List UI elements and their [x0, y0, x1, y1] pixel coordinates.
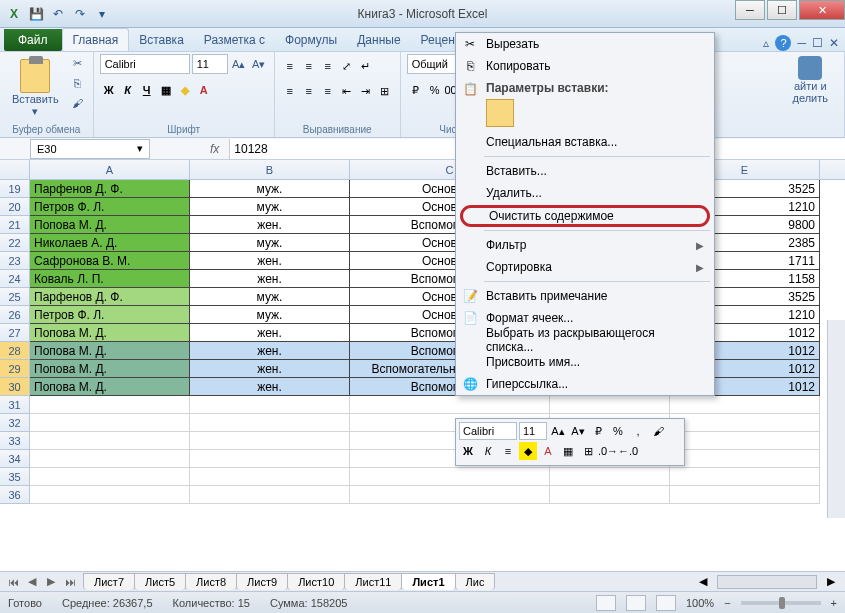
- find-select-button[interactable]: айти и делить: [786, 54, 834, 106]
- cell[interactable]: жен.: [190, 360, 350, 378]
- align-top-icon[interactable]: ≡: [281, 57, 299, 75]
- mt-shrink-font-icon[interactable]: A▾: [569, 422, 587, 440]
- select-all-corner[interactable]: [0, 160, 30, 179]
- row-header[interactable]: 31: [0, 396, 30, 414]
- mt-percent-icon[interactable]: %: [609, 422, 627, 440]
- row-header[interactable]: 28: [0, 342, 30, 360]
- orientation-icon[interactable]: ⤢: [338, 57, 356, 75]
- sheet-prev-icon[interactable]: ◀: [23, 574, 41, 590]
- cell[interactable]: Попова М. Д.: [30, 216, 190, 234]
- cell[interactable]: [190, 486, 350, 504]
- mt-font-size[interactable]: [519, 422, 547, 440]
- indent-decrease-icon[interactable]: ⇤: [338, 82, 356, 100]
- cell[interactable]: жен.: [190, 252, 350, 270]
- sheet-last-icon[interactable]: ⏭: [61, 574, 79, 590]
- cell[interactable]: [30, 432, 190, 450]
- cell[interactable]: [190, 432, 350, 450]
- cell[interactable]: [550, 468, 670, 486]
- mt-currency-icon[interactable]: ₽: [589, 422, 607, 440]
- cell[interactable]: [670, 486, 820, 504]
- cell[interactable]: жен.: [190, 270, 350, 288]
- cell[interactable]: [30, 450, 190, 468]
- row-header[interactable]: 24: [0, 270, 30, 288]
- row-header[interactable]: 30: [0, 378, 30, 396]
- excel-icon[interactable]: X: [4, 4, 24, 24]
- cell[interactable]: [30, 468, 190, 486]
- maximize-button[interactable]: ☐: [767, 0, 797, 20]
- sheet-first-icon[interactable]: ⏮: [4, 574, 22, 590]
- undo-icon[interactable]: ↶: [48, 4, 68, 24]
- zoom-slider[interactable]: [741, 601, 821, 605]
- mt-font-color-icon[interactable]: A: [539, 442, 557, 460]
- shrink-font-icon[interactable]: A▾: [250, 55, 268, 73]
- cell[interactable]: [30, 396, 190, 414]
- cell[interactable]: [550, 396, 670, 414]
- cell[interactable]: [190, 396, 350, 414]
- sheet-tab[interactable]: Лист5: [134, 573, 186, 590]
- mt-inc-decimal-icon[interactable]: .0→: [599, 442, 617, 460]
- window-close-icon[interactable]: ✕: [829, 36, 839, 50]
- row-header[interactable]: 29: [0, 360, 30, 378]
- cell[interactable]: Парфенов Д. Ф.: [30, 180, 190, 198]
- cell[interactable]: муж.: [190, 306, 350, 324]
- row-header[interactable]: 32: [0, 414, 30, 432]
- mt-font-name[interactable]: [459, 422, 517, 440]
- row-header[interactable]: 33: [0, 432, 30, 450]
- cell[interactable]: [670, 396, 820, 414]
- currency-icon[interactable]: ₽: [407, 81, 425, 99]
- row-header[interactable]: 34: [0, 450, 30, 468]
- underline-button[interactable]: Ч: [138, 81, 156, 99]
- zoom-level[interactable]: 100%: [686, 597, 714, 609]
- row-header[interactable]: 27: [0, 324, 30, 342]
- bold-button[interactable]: Ж: [100, 81, 118, 99]
- hscroll-left-icon[interactable]: ◀: [699, 575, 707, 588]
- qat-dropdown-icon[interactable]: ▾: [92, 4, 112, 24]
- font-size-combo[interactable]: [192, 54, 228, 74]
- row-header[interactable]: 21: [0, 216, 30, 234]
- cell[interactable]: жен.: [190, 378, 350, 396]
- view-normal-icon[interactable]: [596, 595, 616, 611]
- cm-clear-contents[interactable]: Очистить содержимое: [460, 205, 710, 227]
- cell[interactable]: жен.: [190, 324, 350, 342]
- cell[interactable]: Коваль Л. П.: [30, 270, 190, 288]
- cell[interactable]: [670, 450, 820, 468]
- col-header-a[interactable]: A: [30, 160, 190, 179]
- cell[interactable]: Николаев А. Д.: [30, 234, 190, 252]
- align-bottom-icon[interactable]: ≡: [319, 57, 337, 75]
- cell[interactable]: Попова М. Д.: [30, 342, 190, 360]
- row-header[interactable]: 22: [0, 234, 30, 252]
- redo-icon[interactable]: ↷: [70, 4, 90, 24]
- cell[interactable]: [350, 468, 550, 486]
- tab-page-layout[interactable]: Разметка с: [194, 29, 275, 51]
- minimize-ribbon-icon[interactable]: ▵: [763, 36, 769, 50]
- cell[interactable]: Парфенов Д. Ф.: [30, 288, 190, 306]
- cell[interactable]: муж.: [190, 180, 350, 198]
- view-page-break-icon[interactable]: [656, 595, 676, 611]
- percent-icon[interactable]: %: [426, 81, 444, 99]
- fx-icon[interactable]: fx: [210, 142, 219, 156]
- file-tab[interactable]: Файл: [4, 29, 62, 51]
- hscroll-right-icon[interactable]: ▶: [827, 575, 835, 588]
- indent-increase-icon[interactable]: ⇥: [357, 82, 375, 100]
- zoom-in-icon[interactable]: +: [831, 597, 837, 609]
- window-minimize-icon[interactable]: ─: [797, 36, 806, 50]
- copy-icon[interactable]: ⎘: [69, 74, 87, 92]
- tab-insert[interactable]: Вставка: [129, 29, 194, 51]
- cell[interactable]: [30, 414, 190, 432]
- merge-icon[interactable]: ⊞: [376, 82, 394, 100]
- border-button[interactable]: ▦: [157, 81, 175, 99]
- mt-format-painter-icon[interactable]: 🖌: [649, 422, 667, 440]
- cm-define-name[interactable]: Присвоить имя...: [456, 351, 714, 373]
- cm-cut[interactable]: ✂Вырезать: [456, 33, 714, 55]
- cell[interactable]: Попова М. Д.: [30, 378, 190, 396]
- cell[interactable]: Петров Ф. Л.: [30, 306, 190, 324]
- horizontal-scrollbar[interactable]: [717, 575, 817, 589]
- cell[interactable]: [190, 450, 350, 468]
- cell[interactable]: [670, 432, 820, 450]
- sheet-tab[interactable]: Лист1: [401, 573, 455, 590]
- row-header[interactable]: 20: [0, 198, 30, 216]
- mt-bold-button[interactable]: Ж: [459, 442, 477, 460]
- name-box[interactable]: E30▾: [30, 139, 150, 159]
- grow-font-icon[interactable]: A▴: [230, 55, 248, 73]
- minimize-button[interactable]: ─: [735, 0, 765, 20]
